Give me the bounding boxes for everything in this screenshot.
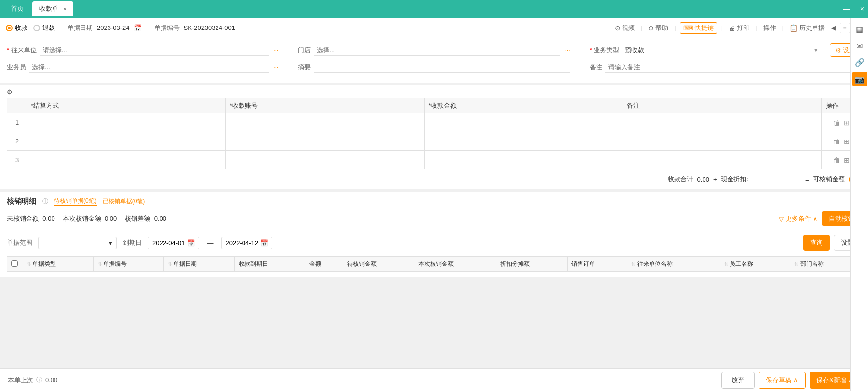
range-select[interactable]: ▾ (38, 237, 117, 249)
summary-input[interactable] (314, 62, 570, 73)
table-row: 3 🗑 ⊞ (7, 151, 861, 169)
table-row: 1 🗑 ⊞ (7, 113, 861, 132)
sort-icon-staff[interactable]: ⇅ (724, 261, 728, 267)
account-input-1[interactable] (226, 113, 424, 132)
prev-btn[interactable]: ◀ (831, 24, 836, 31)
settlement-input-3[interactable] (27, 151, 225, 169)
minimize-icon[interactable]: — (843, 5, 850, 13)
row-account-1[interactable] (225, 113, 424, 132)
amount-input-3[interactable] (425, 151, 623, 169)
date-to-calendar-icon[interactable]: 📅 (260, 239, 268, 247)
save-draft-arrow-icon[interactable]: ∧ (793, 376, 798, 384)
close-icon[interactable]: × (860, 5, 864, 13)
row-settlement-3[interactable] (27, 151, 226, 169)
remark-input-2[interactable] (623, 132, 821, 150)
history-icon: 📋 (789, 24, 798, 32)
settlement-input-1[interactable] (27, 113, 225, 132)
biz-type-select[interactable]: 预收款 ▾ (622, 44, 821, 56)
verify-info-icon[interactable]: ⓘ (42, 197, 48, 206)
help-btn[interactable]: ⊙ 帮助 (646, 23, 670, 33)
print-btn[interactable]: 🖨 打印 (727, 23, 752, 33)
layout-list-icon[interactable]: ≡ (840, 23, 850, 33)
salesperson-label: 业务员 (7, 63, 26, 72)
row-account-3[interactable] (225, 151, 424, 169)
tab-bar: 首页 收款单 × — □ × (0, 0, 868, 18)
table-settings-icon[interactable]: ⚙ (7, 88, 13, 96)
amount-input-2[interactable] (425, 132, 623, 150)
verify-tab-pending[interactable]: 待核销单据(0笔) (54, 197, 97, 206)
date-to-field[interactable]: 2022-04-12 📅 (221, 237, 273, 249)
sort-icon-bill-type[interactable]: ⇅ (27, 261, 31, 267)
store-more-icon[interactable]: ··· (565, 47, 570, 54)
bill-date-value: 2023-03-24 (97, 24, 130, 31)
sidebar-email-icon[interactable]: ✉ (852, 38, 867, 53)
row-remark-1[interactable] (623, 113, 822, 132)
toolbar-sep-1 (61, 23, 61, 33)
account-input-3[interactable] (226, 151, 424, 169)
salesperson-input[interactable] (29, 62, 269, 73)
copy-icon-1[interactable]: ⊞ (844, 119, 850, 127)
row-remark-2[interactable] (623, 132, 822, 151)
row-amount-1[interactable] (424, 113, 623, 132)
remark-input-1[interactable] (623, 113, 821, 132)
operation-btn[interactable]: 操作 (761, 23, 778, 33)
sort-icon-bill-date[interactable]: ⇅ (168, 261, 172, 267)
radio-receipt[interactable]: 收款 (6, 24, 27, 32)
tab-home[interactable]: 首页 (4, 1, 30, 16)
query-btn[interactable]: 查询 (803, 235, 830, 251)
copy-icon-3[interactable]: ⊞ (844, 156, 850, 164)
row-remark-3[interactable] (623, 151, 822, 169)
date-from-field[interactable]: 2022-04-01 📅 (148, 237, 199, 249)
col-amount: 金额 (305, 257, 343, 272)
sort-icon-bill-no[interactable]: ⇅ (98, 261, 102, 267)
verify-header: 核销明细 ⓘ 待核销单据(0笔) 已核销单据(0笔) (7, 197, 861, 206)
remark-field: 备注 (590, 62, 861, 73)
salesperson-more-icon[interactable]: ··· (273, 64, 278, 71)
remark-input-3[interactable] (623, 151, 821, 169)
sort-icon-counterpart[interactable]: ⇅ (631, 261, 635, 267)
calendar-icon[interactable]: 📅 (134, 24, 142, 32)
verify-section: 核销明细 ⓘ 待核销单据(0笔) 已核销单据(0笔) 未核销金额 0.00 本次… (0, 192, 868, 277)
delete-icon-1[interactable]: 🗑 (833, 119, 840, 127)
date-from-calendar-icon[interactable]: 📅 (187, 239, 195, 247)
store-input[interactable] (314, 45, 560, 56)
verify-tab-done[interactable]: 已核销单据(0笔) (103, 197, 145, 206)
sidebar-table-icon[interactable]: ▦ (852, 22, 867, 36)
delete-icon-3[interactable]: 🗑 (833, 156, 840, 164)
total-label: 收款合计 (668, 175, 693, 184)
row-settlement-1[interactable] (27, 113, 226, 132)
date-separator: — (207, 239, 214, 247)
copy-icon-2[interactable]: ⊞ (844, 138, 850, 145)
maximize-icon[interactable]: □ (853, 5, 857, 13)
row-amount-2[interactable] (424, 132, 623, 151)
tab-receipt[interactable]: 收款单 × (32, 1, 73, 16)
shortcut-btn[interactable]: ⌨ 快捷键 (680, 22, 717, 34)
row-amount-3[interactable] (424, 151, 623, 169)
sidebar-link-icon[interactable]: 🔗 (852, 55, 867, 70)
discount-input[interactable] (752, 174, 801, 184)
sort-icon-dept[interactable]: ⇅ (794, 261, 798, 267)
radio-refund[interactable]: 退款 (33, 24, 55, 32)
remark-input[interactable] (605, 62, 861, 73)
account-input-2[interactable] (226, 132, 424, 150)
footer-info: 本单上次 ⓘ 0.00 (8, 376, 57, 385)
save-draft-button[interactable]: 保存草稿 ∧ (759, 372, 806, 389)
video-btn[interactable]: ⊙ 视频 (613, 23, 637, 33)
row-account-2[interactable] (225, 132, 424, 151)
history-btn[interactable]: 📋 历史单据 (787, 23, 827, 33)
info-icon[interactable]: ⓘ (36, 376, 42, 384)
row-settlement-2[interactable] (27, 132, 226, 151)
tab-close-icon[interactable]: × (63, 6, 66, 12)
more-conditions-btn[interactable]: ▽ 更多条件 ∧ (779, 214, 818, 223)
counterpart-input[interactable] (40, 45, 269, 56)
date-to-value: 2022-04-12 (226, 239, 259, 247)
delete-icon-2[interactable]: 🗑 (833, 138, 840, 145)
sidebar-camera-icon[interactable]: 📷 (852, 72, 867, 86)
counterpart-more-icon[interactable]: ··· (273, 47, 278, 54)
discard-button[interactable]: 放弃 (721, 372, 755, 389)
bill-date-label: 单据日期 (67, 24, 93, 32)
amount-input-1[interactable] (425, 113, 623, 132)
settlement-input-2[interactable] (27, 132, 225, 150)
stat-diff: 核销差额 0.00 (125, 214, 166, 223)
select-all-checkbox[interactable] (11, 260, 18, 267)
